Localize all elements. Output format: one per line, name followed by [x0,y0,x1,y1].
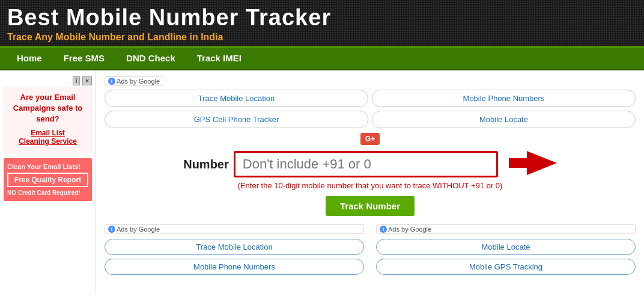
sidebar-no-cc: NO Credit Card Required! [7,189,88,196]
number-section: Number (Enter the 10-digit mobile number… [105,151,636,216]
ads-by-google-top-row: i Ads by Google [105,76,636,86]
ad-mobile-phone-numbers[interactable]: Mobile Phone Numbers [372,90,636,107]
free-quality-report-button[interactable]: Free Quality Report [7,173,88,187]
number-label: Number [183,158,229,171]
sidebar-ad-link1[interactable]: Email List Cleaning Service [8,129,88,146]
sidebar-clean-title: Clean Your Email Lists! [7,163,88,170]
nav-dnd-check[interactable]: DND Check [115,46,186,70]
sidebar: i × Are your Email Campaigns safe to sen… [0,70,96,293]
track-number-button[interactable]: Track Number [326,196,415,216]
svg-marker-0 [509,151,557,175]
sidebar-ad-bottom: Clean Your Email Lists! Free Quality Rep… [4,158,92,201]
bottom-ad-mobile-gps-tracking[interactable]: Mobile GPS Tracking [376,259,636,275]
info-icon-top: i [108,78,115,85]
info-icon-bottom-left: i [108,226,115,233]
top-ad-buttons-grid: Trace Mobile Location Mobile Phone Numbe… [105,90,636,128]
site-subtitle: Trace Any Mobile Number and Landline in … [7,32,637,43]
sidebar-ad-box: Are your Email Campaigns safe to send? E… [4,87,92,153]
gplus-row: G+ [105,133,636,145]
nav-free-sms[interactable]: Free SMS [53,46,115,70]
bottom-ad-trace-mobile-location[interactable]: Trace Mobile Location [105,239,364,255]
info-icon-bottom-right: i [380,226,387,233]
nav-home[interactable]: Home [6,46,53,70]
main-layout: i × Are your Email Campaigns safe to sen… [0,70,644,293]
ads-by-google-badge-top: i Ads by Google [105,76,163,86]
content-area: i Ads by Google Trace Mobile Location Mo… [96,70,644,293]
ads-label-top: Ads by Google [117,78,160,85]
navigation: Home Free SMS DND Check Track IMEI [0,46,644,70]
ads-by-google-badge-bottom-right: i Ads by Google [376,224,636,234]
bottom-ads-section: i Ads by Google Trace Mobile Location Mo… [105,224,636,275]
sidebar-ad-close-button[interactable]: × [82,76,92,85]
ads-label-bottom-right: Ads by Google [388,226,431,233]
ad-gps-cell-phone-tracker[interactable]: GPS Cell Phone Tracker [105,111,368,128]
bottom-ads-left: i Ads by Google Trace Mobile Location Mo… [105,224,364,275]
sidebar-ad-info-button[interactable]: i [73,76,80,85]
sidebar-ad-controls: i × [4,76,92,85]
site-title: Best Mobile Number Tracker [7,5,637,31]
bottom-ads-right: i Ads by Google Mobile Locate Mobile GPS… [376,224,636,275]
number-input-row: Number [105,151,636,177]
arrow-right-icon [509,151,557,177]
phone-number-input[interactable] [234,151,498,177]
ads-label-bottom-left: Ads by Google [117,226,160,233]
hint-text: (Enter the 10-digit mobile number that y… [238,181,503,190]
nav-track-imei[interactable]: Track IMEI [186,46,252,70]
ads-by-google-badge-bottom-left: i Ads by Google [105,224,364,234]
sidebar-ad-title: Are your Email Campaigns safe to send? [8,92,88,125]
ad-mobile-locate[interactable]: Mobile Locate [372,111,636,128]
bottom-ad-mobile-phone-numbers[interactable]: Mobile Phone Numbers [105,259,364,275]
bottom-ad-mobile-locate[interactable]: Mobile Locate [376,239,636,255]
ad-trace-mobile-location[interactable]: Trace Mobile Location [105,90,368,107]
gplus-icon: G+ [365,135,375,143]
header: Best Mobile Number Tracker Trace Any Mob… [0,0,644,46]
gplus-button[interactable]: G+ [360,133,380,145]
